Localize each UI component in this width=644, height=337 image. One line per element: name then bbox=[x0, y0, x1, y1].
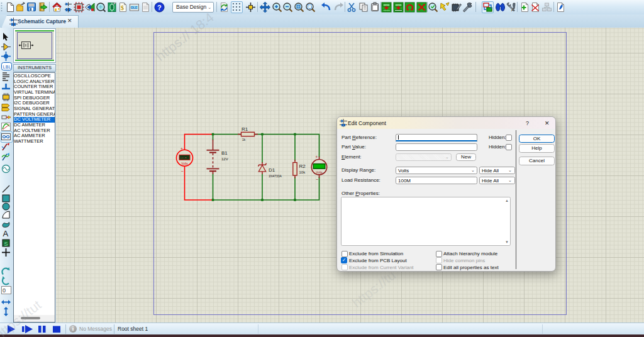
svg-text:D1: D1 bbox=[269, 167, 275, 173]
svg-text:S: S bbox=[4, 240, 8, 246]
svg-text:Volts: Volts bbox=[181, 162, 188, 165]
svg-text:1k: 1k bbox=[242, 138, 246, 141]
svg-text:OLE: OLE bbox=[131, 6, 138, 9]
svg-text:R1: R1 bbox=[242, 126, 248, 132]
svg-text:?: ? bbox=[157, 4, 162, 11]
svg-text:0: 0 bbox=[3, 287, 6, 294]
svg-text:12V: 12V bbox=[221, 157, 228, 161]
svg-text:B1: B1 bbox=[221, 150, 228, 156]
svg-text:$: $ bbox=[121, 4, 124, 11]
svg-text:−: − bbox=[181, 169, 184, 174]
svg-text:LBL: LBL bbox=[3, 65, 11, 70]
svg-text:10k: 10k bbox=[299, 170, 306, 174]
svg-text:+2.5: +2.5 bbox=[180, 157, 187, 159]
svg-text:−: − bbox=[316, 177, 318, 182]
svg-text:A: A bbox=[511, 8, 514, 12]
svg-text:1N4733A: 1N4733A bbox=[269, 174, 282, 178]
svg-text:+: + bbox=[316, 155, 318, 159]
svg-text:A: A bbox=[3, 229, 9, 238]
svg-text:+: + bbox=[180, 146, 183, 151]
svg-text:R2: R2 bbox=[299, 163, 306, 169]
svg-text:Volts: Volts bbox=[316, 171, 323, 174]
